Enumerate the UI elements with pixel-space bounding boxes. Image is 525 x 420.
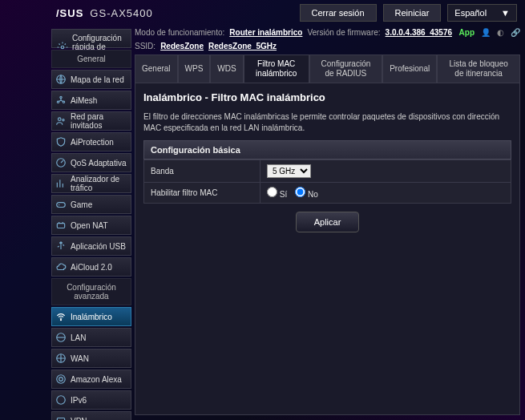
sidebar-item-label: Aplicación USB bbox=[71, 242, 126, 251]
sidebar-open-nat[interactable]: Open NAT bbox=[51, 216, 131, 235]
svg-point-10 bbox=[60, 320, 61, 321]
fw-value-link[interactable]: 3.0.0.4.386_43576 bbox=[386, 28, 452, 37]
theme-icon[interactable]: ◐ bbox=[497, 28, 504, 37]
ssid2-link[interactable]: RedesZone_5GHz bbox=[208, 42, 277, 50]
page-title: Inalámbrico - Filtro MAC inalámbrico bbox=[143, 91, 511, 103]
radio-no-label[interactable]: No bbox=[295, 187, 318, 199]
sidebar-lan[interactable]: LAN bbox=[51, 328, 131, 347]
sidebar-general-header: General bbox=[51, 50, 131, 68]
svg-point-13 bbox=[57, 375, 66, 384]
sidebar-aicloud[interactable]: AiCloud 2.0 bbox=[51, 257, 131, 277]
logout-button[interactable]: Cerrar sesión bbox=[300, 4, 377, 22]
wan-icon bbox=[55, 353, 67, 364]
svg-point-6 bbox=[63, 119, 64, 121]
sidebar-item-label: LAN bbox=[71, 333, 86, 342]
vpn-icon bbox=[55, 415, 67, 420]
band-select[interactable]: 5 GHz bbox=[267, 164, 311, 178]
config-section-header: Configuración básica bbox=[143, 140, 511, 160]
sidebar-network-map[interactable]: Mapa de la red bbox=[51, 70, 131, 89]
page-description: El filtro de direcciones MAC inalámbrica… bbox=[143, 111, 511, 134]
sidebar-item-label: AiCloud 2.0 bbox=[71, 263, 112, 272]
band-label: Banda bbox=[144, 160, 260, 183]
chart-icon bbox=[55, 178, 67, 189]
ssid-label: SSID: bbox=[135, 42, 155, 50]
ipv6-icon bbox=[55, 394, 67, 406]
lan-icon bbox=[55, 332, 67, 343]
shield-icon bbox=[55, 136, 67, 147]
sidebar-item-label: AiProtection bbox=[71, 138, 114, 147]
sidebar-item-label: Red para invitados bbox=[71, 112, 127, 130]
tab-roaming-block[interactable]: Lista de bloqueo de itinerancia bbox=[437, 55, 520, 83]
users-icon bbox=[55, 115, 67, 127]
svg-point-0 bbox=[61, 46, 64, 49]
app-link[interactable]: App bbox=[459, 28, 475, 37]
radio-yes[interactable] bbox=[267, 187, 277, 197]
wifi-icon bbox=[55, 311, 67, 322]
sidebar-item-label: Mapa de la red bbox=[71, 75, 124, 84]
tab-radius[interactable]: Configuración de RADIUS bbox=[309, 55, 382, 83]
enable-mac-label: Habilitar filtro MAC bbox=[144, 183, 260, 204]
sidebar-item-label: VPN bbox=[71, 417, 87, 421]
gamepad-icon bbox=[55, 199, 67, 210]
sidebar-usb-app[interactable]: Aplicación USB bbox=[51, 236, 131, 256]
sidebar-advanced-header: Configuración avanzada bbox=[51, 278, 131, 305]
mode-label: Modo de funcionamiento: bbox=[135, 28, 224, 37]
sidebar-game[interactable]: Game bbox=[51, 195, 131, 214]
sidebar-wireless[interactable]: Inalámbrico bbox=[51, 307, 131, 326]
link-icon[interactable]: 🔗 bbox=[511, 28, 520, 37]
sidebar-ipv6[interactable]: IPv6 bbox=[51, 390, 131, 410]
svg-point-14 bbox=[59, 378, 63, 382]
sidebar-item-label: Open NAT bbox=[71, 221, 108, 230]
sidebar-quick-setup[interactable]: Configuración rápida de Internet bbox=[51, 29, 131, 48]
model-name: GS-AX5400 bbox=[90, 7, 152, 19]
sidebar-item-label: QoS Adaptativa bbox=[71, 159, 127, 168]
sidebar-item-label: Analizador de tráfico bbox=[71, 175, 127, 192]
chevron-down-icon: ▼ bbox=[501, 8, 510, 18]
language-selector[interactable]: Español ▼ bbox=[447, 4, 517, 22]
sidebar-vpn[interactable]: VPN bbox=[51, 411, 131, 420]
radio-yes-label[interactable]: Sí bbox=[267, 187, 287, 199]
cloud-icon bbox=[55, 261, 67, 273]
tab-wds[interactable]: WDS bbox=[210, 55, 243, 83]
alexa-icon bbox=[55, 374, 67, 385]
svg-point-2 bbox=[60, 96, 62, 98]
sidebar-item-label: AiMesh bbox=[71, 96, 97, 105]
user-icon[interactable]: 👤 bbox=[481, 28, 491, 37]
globe-icon bbox=[55, 74, 67, 85]
svg-rect-9 bbox=[57, 224, 64, 228]
mesh-icon bbox=[55, 95, 67, 106]
ssid1-link[interactable]: RedesZone bbox=[160, 42, 204, 50]
tab-wps[interactable]: WPS bbox=[178, 55, 211, 83]
apply-button[interactable]: Aplicar bbox=[296, 212, 360, 232]
gauge-icon bbox=[55, 157, 67, 168]
sidebar-traffic-analyzer[interactable]: Analizador de tráfico bbox=[51, 174, 131, 193]
sidebar-item-label: Amazon Alexa bbox=[71, 375, 122, 384]
svg-rect-8 bbox=[57, 203, 66, 208]
tab-mac-filter[interactable]: Filtro MAC inalámbrico bbox=[244, 55, 309, 83]
svg-point-15 bbox=[57, 396, 66, 405]
language-label: Español bbox=[454, 8, 487, 18]
brand-logo: /SUS bbox=[56, 7, 83, 19]
sidebar-item-label: Inalámbrico bbox=[71, 313, 112, 321]
svg-point-5 bbox=[59, 118, 62, 121]
sidebar-aiprotection[interactable]: AiProtection bbox=[51, 132, 131, 151]
usb-icon bbox=[55, 240, 67, 252]
reboot-button[interactable]: Reiniciar bbox=[383, 4, 442, 22]
fw-label: Versión de firmware: bbox=[307, 28, 380, 37]
tab-professional[interactable]: Profesional bbox=[382, 55, 437, 83]
sidebar-item-label: Game bbox=[71, 200, 92, 209]
tab-general[interactable]: General bbox=[135, 55, 178, 83]
sidebar-qos[interactable]: QoS Adaptativa bbox=[51, 153, 131, 172]
nat-icon bbox=[55, 220, 67, 231]
radio-no[interactable] bbox=[295, 187, 305, 197]
sidebar-alexa[interactable]: Amazon Alexa bbox=[51, 370, 131, 389]
mode-value-link[interactable]: Router inalámbrico bbox=[229, 28, 302, 37]
sidebar-item-label: IPv6 bbox=[71, 396, 87, 405]
sidebar-item-label: WAN bbox=[71, 354, 89, 363]
sidebar-guest-network[interactable]: Red para invitados bbox=[51, 111, 131, 131]
sidebar-wan[interactable]: WAN bbox=[51, 349, 131, 368]
sidebar-aimesh[interactable]: AiMesh bbox=[51, 91, 131, 110]
